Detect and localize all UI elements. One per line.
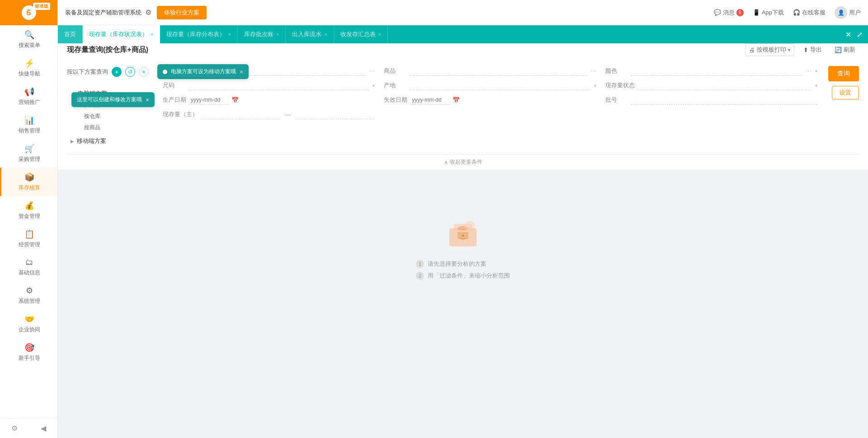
query-scheme-label: 按以下方案查询 + ↺ « (67, 61, 157, 80)
sidebar-label-sales: 销售管理 (19, 127, 40, 135)
scheme-label-mobile: 移动端方案 (77, 137, 106, 145)
sidebar-item-operation[interactable]: 📋经营管理 (0, 225, 57, 253)
online-support-btn[interactable]: 🎧 在线客服 (793, 9, 826, 17)
sidebar-item-purchase[interactable]: 🛒采购管理 (0, 139, 57, 168)
refresh-button[interactable]: 🔄 刷新 (831, 44, 859, 56)
tab-close-batch-account[interactable]: × (276, 32, 279, 37)
filter-row-1: ··· 商品 ··· 颜色 ··· ▾ (163, 66, 817, 76)
filter-color-input[interactable] (631, 66, 802, 76)
sidebar-item-sales[interactable]: 📊销售管理 (0, 111, 57, 139)
tab-inout-flow[interactable]: 出入库流水× (286, 25, 334, 43)
filter-cell-expire: 失效日期 📅 (384, 95, 596, 105)
tab-expand[interactable]: ⤢ (857, 30, 863, 39)
filter-cell-produce: 生产日期 📅 (163, 95, 375, 105)
tab-close-collect-summary[interactable]: × (378, 32, 381, 37)
filter-expire-date-group: 📅 (410, 95, 460, 105)
tab-close-inout-flow[interactable]: × (324, 32, 327, 37)
sidebar-icon-finance: 💰 (24, 201, 34, 211)
tab-close-inventory-dist[interactable]: × (228, 32, 231, 37)
scheme-child-2[interactable]: 按仓库 (75, 111, 139, 122)
filter-expire-start[interactable] (410, 95, 451, 105)
query-area: 现存量查询(按仓库+商品) 🖨 按模板打印 ▾ ⬆ 导出 🔄 刷新 (58, 43, 868, 170)
filter-qty-max[interactable] (295, 109, 375, 119)
scheme-child-3[interactable]: 按商品 (75, 122, 139, 133)
tab-batch-account[interactable]: 库存批次账× (238, 25, 286, 43)
tab-close-inventory-status[interactable]: × (151, 32, 153, 37)
sidebar-item-enterprise[interactable]: 🤝企业协同 (0, 310, 57, 338)
filter-goods-dots[interactable]: ··· (590, 67, 596, 75)
page-title-row: 现存量查询(按仓库+商品) 🖨 按模板打印 ▾ ⬆ 导出 🔄 刷新 (67, 43, 859, 56)
add-scheme-btn[interactable]: + (112, 67, 122, 77)
filter-color-arrow[interactable]: ▾ (815, 69, 817, 74)
sidebar-item-basic[interactable]: 🗂基础信息 (0, 253, 57, 281)
filter-status-arrow[interactable]: ▾ (815, 83, 817, 88)
sidebar-logo: 6 标准版 (0, 0, 57, 25)
sidebar-icon-marketing: 📢 (24, 87, 34, 97)
sidebar-icon-basic: 🗂 (25, 258, 33, 267)
sidebar-settings-btn[interactable]: ⚙ (11, 424, 18, 433)
filter-origin-arrow[interactable]: ▾ (594, 83, 596, 88)
collapse-bar[interactable]: ∧ 收起更多条件 (67, 154, 859, 170)
filter-goods-input[interactable] (409, 66, 586, 76)
sidebar-icon-inventory: 📦 (24, 172, 34, 182)
sidebar-item-finance[interactable]: 💰资金管理 (0, 196, 57, 225)
user-btn[interactable]: 👤 用户 (835, 6, 861, 19)
search-button[interactable]: 查询 (828, 66, 859, 81)
empty-step-2-text: 用「过滤条件」来缩小分析范围 (428, 272, 510, 280)
filter-goods-label: 商品 (384, 67, 406, 75)
filter-batch-input[interactable] (631, 95, 817, 105)
support-label: 在线客服 (802, 9, 826, 17)
app-download-btn[interactable]: 📱 App下载 (753, 9, 784, 17)
filter-cell-size: 尺码 ▾ (163, 80, 375, 90)
empty-step-2: 2 用「过滤条件」来缩小分析范围 (416, 272, 510, 280)
tooltip1-close[interactable]: × (240, 68, 243, 75)
tab-label-home: 首页 (64, 30, 76, 38)
calendar-icon-produce[interactable]: 📅 (231, 97, 239, 104)
sidebar-item-system[interactable]: ⚙系统管理 (0, 281, 57, 310)
filter-origin-input[interactable] (409, 80, 590, 90)
filter-expire-label: 失效日期 (384, 96, 407, 104)
filter-warehouse-dots[interactable]: ··· (369, 67, 375, 75)
sidebar-icon-operation: 📋 (24, 229, 34, 239)
sidebar-item-newbie[interactable]: 🎯新手引导 (0, 338, 57, 367)
tooltip2-close[interactable]: × (146, 96, 149, 104)
query-top-row: 按以下方案查询 + ↺ « 电脑方案可设为移动方案哦 × 这里可以创建和修改方案… (67, 61, 859, 152)
sidebar-item-inventory[interactable]: 📦库存核算 (0, 168, 57, 196)
tab-close-all[interactable]: ✕ (845, 30, 851, 39)
filter-size-input[interactable] (188, 80, 369, 90)
tooltip-create: 这里可以创建和修改方案哦 × (71, 92, 155, 107)
tab-inventory-dist[interactable]: 现存量（库存分布表）× (160, 25, 237, 43)
topbar: 装备及固定资产辅助管理系统 ⚙ 体验行业方案 💬 消息 6 📱 App下载 🎧 … (58, 0, 868, 25)
calendar-icon-expire[interactable]: 📅 (453, 97, 460, 104)
sidebar-item-marketing[interactable]: 📢营销推广 (0, 82, 57, 111)
tab-home[interactable]: 首页 (58, 25, 83, 43)
headset-icon: 🎧 (793, 9, 800, 16)
topbar-gear-icon[interactable]: ⚙ (145, 8, 151, 17)
filter-color-dots[interactable]: ··· (806, 67, 811, 75)
solution-button[interactable]: 体验行业方案 (157, 6, 207, 19)
filter-status-input[interactable] (637, 80, 811, 90)
export-button[interactable]: ⬆ 导出 (800, 44, 826, 56)
filter-size-arrow[interactable]: ▾ (373, 83, 375, 88)
sidebar-collapse-btn[interactable]: ◀ (41, 424, 46, 433)
arrow-scheme-btn[interactable]: « (139, 67, 149, 77)
sidebar-item-guide[interactable]: ⚡快捷导航 (0, 54, 57, 82)
sidebar-icon-guide: ⚡ (24, 58, 34, 68)
print-button[interactable]: 🖨 按模板打印 ▾ (745, 43, 794, 56)
filter-produce-start[interactable] (189, 95, 230, 105)
refresh-icon: 🔄 (835, 47, 842, 53)
filter-qty-min[interactable] (201, 109, 280, 119)
tab-label-inout-flow: 出入库流水 (292, 30, 321, 38)
reset-scheme-btn[interactable]: ↺ (125, 67, 135, 77)
sidebar-icon-enterprise: 🤝 (24, 314, 34, 324)
filter-cell-batch: 批号 (605, 95, 817, 105)
filter-row-4: 现存量（主） — (163, 109, 817, 119)
sidebar-icon-search: 🔍 (24, 30, 34, 40)
filter-cell-origin: 产地 ▾ (384, 80, 596, 90)
scheme-item-mobile[interactable]: ▶ 移动端方案 (67, 135, 139, 147)
tab-collect-summary[interactable]: 收发存汇总表× (334, 25, 388, 43)
message-btn[interactable]: 💬 消息 6 (714, 9, 744, 17)
tab-inventory-status[interactable]: 现存量（库存状况表）× (83, 25, 160, 43)
sidebar-item-search[interactable]: 🔍搜索菜单 (0, 25, 57, 54)
settings-button[interactable]: 设置 (832, 86, 859, 99)
